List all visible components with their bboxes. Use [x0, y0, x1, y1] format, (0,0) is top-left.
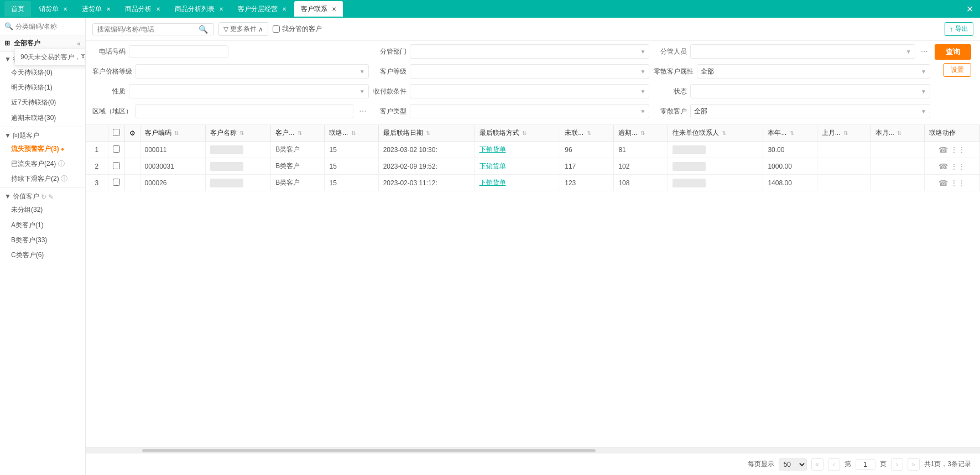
sidebar-group-value-edit[interactable]: ✎ [48, 193, 54, 201]
blurred-name-1 [210, 162, 243, 171]
sidebar-search-input[interactable] [15, 23, 86, 30]
filter-retail-select[interactable]: 全部 ▼ [690, 104, 930, 118]
per-page-select[interactable]: 50 100 200 [779, 458, 807, 471]
next-page-button[interactable]: › [891, 458, 903, 471]
export-icon: ↑ [950, 25, 953, 33]
sidebar-collapse-icon[interactable]: « [77, 40, 81, 48]
action-contact-icon-2[interactable]: ☎ [939, 179, 948, 187]
page-input[interactable] [856, 459, 875, 470]
col-this-month-header[interactable]: 本月... ⇅ [870, 125, 924, 142]
tab-customer-contact[interactable]: 客户联系 ✕ [294, 1, 343, 17]
col-this-year-header[interactable]: 本年... ⇅ [763, 125, 817, 142]
col-name-header[interactable]: 客户名称 ⇅ [205, 125, 270, 142]
col-overdue-header[interactable]: 逾期... ⇅ [614, 125, 668, 142]
sidebar-item-declining[interactable]: 持续下滑客户(2) ⓘ [0, 171, 85, 186]
action-more-icon-1[interactable]: ⋮⋮ [950, 162, 966, 171]
tab-customer-tier-close[interactable]: ✕ [282, 6, 286, 12]
tab-goods-list-close[interactable]: ✕ [219, 6, 223, 12]
col-type-header[interactable]: 客户... ⇅ [271, 125, 325, 142]
cell-type-2: B类客户 [271, 175, 325, 191]
cell-last-contact-date-2: 2023-02-03 11:12: [378, 175, 475, 191]
cell-last-month-0 [817, 142, 870, 158]
export-button[interactable]: ↑ 导出 [945, 22, 973, 36]
col-check-header [108, 125, 124, 142]
row-checkbox-0[interactable] [113, 145, 120, 153]
sidebar-group-value-label: ▼ 价值客户 [4, 192, 39, 201]
col-contacts-sort: ⇅ [351, 130, 356, 136]
sidebar-item-ungroup[interactable]: 未分组(32) [0, 202, 85, 217]
cell-unit-contact-2 [668, 175, 763, 191]
filter-price-level-select[interactable]: ▼ [135, 64, 369, 79]
tab-purchase-close[interactable]: ✕ [106, 6, 111, 12]
row-checkbox-1[interactable] [113, 162, 120, 169]
col-no-contact-header[interactable]: 未联... ⇅ [560, 125, 614, 142]
last-contact-way-link-0[interactable]: 下销货单 [479, 145, 506, 153]
filter-dept-select[interactable]: ▼ [410, 44, 650, 59]
filter-person-select[interactable]: ▼ [690, 44, 915, 59]
filter-customer-level-select[interactable]: ▼ [410, 64, 650, 79]
sidebar-item-today[interactable]: 今天待联络(0) [0, 65, 85, 80]
sidebar-item-class-c[interactable]: C类客户(6) [0, 248, 85, 263]
last-page-button[interactable]: » [908, 458, 920, 471]
sidebar-item-tomorrow[interactable]: 明天待联络(1) [0, 80, 85, 95]
filter-retail-attr-select[interactable]: 全部 ▼ [697, 64, 930, 79]
sidebar-item-churned[interactable]: 已流失客户(24) ⓘ [0, 156, 85, 171]
my-customers-checkbox[interactable] [273, 25, 280, 33]
tab-home[interactable]: 首页 [4, 1, 31, 17]
action-contact-icon-1[interactable]: ☎ [939, 162, 948, 171]
search-input[interactable] [97, 25, 197, 33]
my-customers-checkbox-label[interactable]: 我分管的客户 [273, 24, 322, 34]
filter-phone-input[interactable] [129, 45, 228, 58]
tab-goods-analysis[interactable]: 商品分析 ✕ [118, 1, 167, 17]
search-button[interactable]: 🔍 [197, 25, 209, 34]
sidebar-group-value-refresh[interactable]: ↻ [41, 193, 46, 201]
col-last-contact-way-header[interactable]: 最后联络方式 ⇅ [475, 125, 560, 142]
last-contact-way-link-2[interactable]: 下销货单 [479, 179, 506, 186]
settings-button[interactable]: 设置 [943, 63, 971, 77]
action-contact-icon-0[interactable]: ☎ [939, 145, 948, 154]
filter-more-button[interactable]: ▽ 更多条件 ∧ [218, 22, 268, 36]
horizontal-scrollbar[interactable] [86, 447, 980, 453]
col-unit-contact-header[interactable]: 往来单位联系人 ⇅ [668, 125, 763, 142]
filter-status-arrow: ▼ [921, 88, 926, 95]
col-code-header[interactable]: 客户编码 ⇅ [140, 125, 205, 142]
tab-goods-analysis-close[interactable]: ✕ [156, 6, 160, 12]
tab-customer-tier[interactable]: 客户分层经营 ✕ [231, 1, 293, 17]
filter-chevron-icon: ∧ [258, 25, 263, 33]
prev-page-button[interactable]: ‹ [828, 458, 840, 471]
sidebar-item-overdue[interactable]: 逾期未联络(30) [0, 111, 85, 126]
filter-person-more[interactable]: ··· [919, 46, 930, 56]
tab-sales-close[interactable]: ✕ [63, 6, 67, 12]
tab-sales[interactable]: 销货单 ✕ [32, 1, 74, 17]
query-button[interactable]: 查询 [935, 44, 971, 60]
col-contacts-header[interactable]: 联络... ⇅ [325, 125, 378, 142]
sidebar-item-7days[interactable]: 近7天待联络(0) [0, 95, 85, 110]
table-header: ⚙ 客户编码 ⇅ 客户名称 ⇅ 客户... ⇅ [86, 125, 980, 142]
filter-status-select[interactable]: ▼ [690, 84, 930, 98]
sidebar-item-churn-warning[interactable]: 流失预警客户(3) ● [0, 142, 85, 156]
filter-customer-type-select[interactable]: ▼ [410, 104, 650, 118]
window-close-icon[interactable]: ✕ [966, 4, 973, 14]
action-more-icon-0[interactable]: ⋮⋮ [950, 145, 966, 154]
sidebar-group-value[interactable]: ▼ 价值客户 ↻ ✎ [0, 189, 85, 202]
sidebar-item-class-b[interactable]: B类客户(33) [0, 233, 85, 248]
tab-purchase[interactable]: 进货单 ✕ [75, 1, 117, 17]
tab-customer-contact-close[interactable]: ✕ [332, 6, 336, 12]
scroll-thumb[interactable] [142, 449, 596, 452]
filter-region-more[interactable]: ··· [357, 106, 368, 116]
first-page-button[interactable]: « [811, 458, 823, 471]
filter-nature-select[interactable]: ▼ [129, 84, 369, 98]
filter-payment-select[interactable]: ▼ [410, 84, 650, 98]
action-more-icon-2[interactable]: ⋮⋮ [950, 179, 966, 187]
col-gear-header[interactable]: ⚙ [124, 125, 140, 142]
select-all-checkbox[interactable] [113, 129, 120, 136]
col-last-contact-date-header[interactable]: 最后联络日期 ⇅ [378, 125, 475, 142]
filter-region-select[interactable] [135, 104, 353, 118]
col-last-month-header[interactable]: 上月... ⇅ [817, 125, 870, 142]
last-contact-way-link-1[interactable]: 下销货单 [479, 162, 506, 170]
page-label: 第 [845, 460, 851, 469]
sidebar-item-class-a[interactable]: A类客户(1) [0, 218, 85, 233]
row-checkbox-2[interactable] [113, 179, 120, 186]
tab-goods-list[interactable]: 商品分析列表 ✕ [168, 1, 230, 17]
sidebar-group-problem[interactable]: ▼ 问题客户 [0, 128, 85, 142]
